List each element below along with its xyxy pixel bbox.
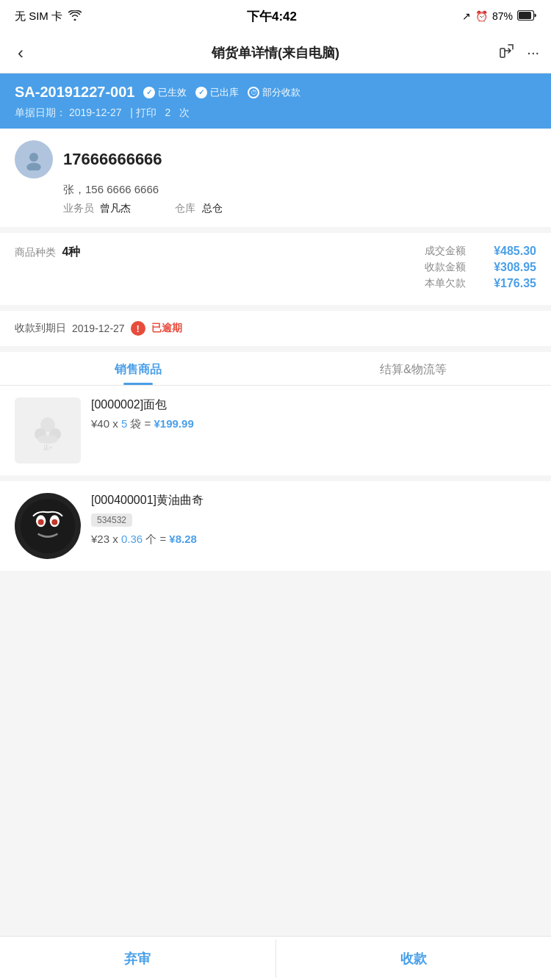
deal-amount-value: ¥485.30: [478, 245, 536, 258]
svg-text:店+: 店+: [43, 444, 53, 451]
product-kind-info: 商品种类 4种: [15, 245, 80, 260]
nav-right-actions: ···: [499, 43, 539, 62]
overdue-date: 2019-12-27: [72, 323, 125, 334]
order-header: SA-20191227-001 ✓ 已生效 ✓ 已出库 ⏱ 部分收款 单据日期：…: [0, 73, 551, 129]
customer-contact: 张，156 6666 6666: [63, 183, 536, 197]
amount-summary: 成交金额 ¥485.30 收款金额 ¥308.95 本单欠款 ¥176.35: [425, 245, 536, 293]
customer-card: 17666666666 张，156 6666 6666 业务员 曾凡杰 仓库 总…: [0, 129, 551, 227]
badge-active: ✓ 已生效: [143, 86, 187, 99]
avatar: [15, 140, 53, 179]
tab-products[interactable]: 销售商品: [0, 352, 276, 385]
svg-point-10: [21, 499, 76, 554]
svg-point-14: [51, 519, 57, 525]
product-info-1: [0000002]面包 ¥40 x 5 袋 = ¥199.99: [91, 397, 536, 431]
svg-rect-1: [519, 12, 531, 19]
product-price-2: ¥23 x 0.36 个 = ¥8.28: [91, 533, 536, 547]
svg-rect-2: [500, 48, 505, 57]
status-bar-time: 下午4:42: [247, 8, 297, 25]
product-qty-2: 0.36: [121, 533, 143, 545]
more-button[interactable]: ···: [527, 44, 539, 61]
svg-point-13: [38, 519, 44, 525]
battery-label: 87%: [492, 10, 513, 22]
table-row: [000400001]黄油曲奇 534532 ¥23 x 0.36 个 = ¥8…: [0, 481, 551, 571]
table-row: 店+ [0000002]面包 ¥40 x 5 袋 = ¥199.99: [0, 386, 551, 475]
summary-card: 商品种类 4种 成交金额 ¥485.30 收款金额 ¥308.95 本单欠款 ¥…: [0, 233, 551, 305]
deal-amount-label: 成交金额: [425, 245, 466, 258]
overdue-date-label: 收款到期日: [15, 322, 66, 335]
product-kind-value: 4种: [62, 245, 80, 258]
page-title: 销货单详情(来自电脑): [212, 44, 339, 62]
received-amount-row: 收款金额 ¥308.95: [425, 261, 536, 274]
share-button[interactable]: [499, 43, 515, 62]
product-total-2: ¥8.28: [169, 533, 197, 545]
product-thumb-1: 店+: [15, 397, 81, 464]
overdue-warning-icon: !: [131, 321, 145, 336]
nav-bar: ‹ 销货单详情(来自电脑) ···: [0, 32, 551, 73]
received-value: ¥308.95: [478, 261, 536, 274]
abandon-review-button[interactable]: 弃审: [0, 940, 276, 978]
customer-id: 17666666666: [63, 150, 162, 169]
product-thumb-2: [15, 493, 81, 559]
badge-shipped: ✓ 已出库: [195, 86, 239, 99]
badge-partial: ⏱ 部分收款: [248, 86, 300, 99]
debt-amount-row: 本单欠款 ¥176.35: [425, 277, 536, 290]
product-name-1: [0000002]面包: [91, 397, 536, 413]
product-tag-2: 534532: [91, 514, 132, 527]
tab-settlement[interactable]: 结算&物流等: [276, 352, 551, 385]
warehouse-label: 仓库: [175, 202, 195, 214]
bottom-bar: 弃审 收款: [0, 936, 551, 980]
carrier-label: 无 SIM 卡: [15, 10, 62, 24]
customer-meta: 业务员 曾凡杰 仓库 总仓: [63, 201, 536, 215]
overdue-badge: 已逾期: [151, 322, 182, 335]
product-list: 店+ [0000002]面包 ¥40 x 5 袋 = ¥199.99: [0, 386, 551, 571]
wifi-icon: [68, 10, 82, 23]
product-name-2: [000400001]黄油曲奇: [91, 493, 536, 508]
order-date-row: 单据日期： 2019-12-27 | 打印 2 次: [15, 107, 536, 120]
back-button[interactable]: ‹: [12, 37, 29, 69]
alarm-icon: ⏰: [475, 10, 488, 22]
warehouse-value: 总仓: [202, 202, 223, 214]
debt-value: ¥176.35: [478, 277, 536, 290]
received-label: 收款金额: [425, 261, 466, 274]
product-info-2: [000400001]黄油曲奇 534532 ¥23 x 0.36 个 = ¥8…: [91, 493, 536, 547]
location-icon: ↗: [462, 10, 471, 22]
debt-label: 本单欠款: [425, 277, 466, 290]
check-icon-2: ✓: [195, 87, 207, 98]
collect-payment-button[interactable]: 收款: [276, 940, 552, 978]
clock-icon: ⏱: [248, 87, 259, 98]
sales-value: 曾凡杰: [100, 202, 131, 214]
status-bar-left: 无 SIM 卡: [15, 10, 82, 24]
svg-point-3: [29, 153, 38, 162]
product-kind-label: 商品种类: [15, 246, 56, 258]
product-tabs: 销售商品 结算&物流等: [0, 352, 551, 386]
product-price-1: ¥40 x 5 袋 = ¥199.99: [91, 417, 536, 431]
status-bar: 无 SIM 卡 下午4:42 ↗ ⏰ 87%: [0, 0, 551, 32]
overdue-row: 收款到期日 2019-12-27 ! 已逾期: [0, 311, 551, 346]
check-icon: ✓: [143, 87, 155, 98]
product-qty-1: 5: [121, 417, 127, 430]
svg-point-8: [37, 435, 58, 444]
sales-label: 业务员: [63, 202, 94, 214]
product-total-1: ¥199.99: [154, 417, 194, 430]
svg-point-4: [26, 163, 41, 171]
deal-amount-row: 成交金额 ¥485.30: [425, 245, 536, 258]
order-id: SA-20191227-001: [15, 84, 134, 101]
status-bar-right: ↗ ⏰ 87%: [462, 10, 536, 23]
battery-icon: [517, 10, 536, 23]
